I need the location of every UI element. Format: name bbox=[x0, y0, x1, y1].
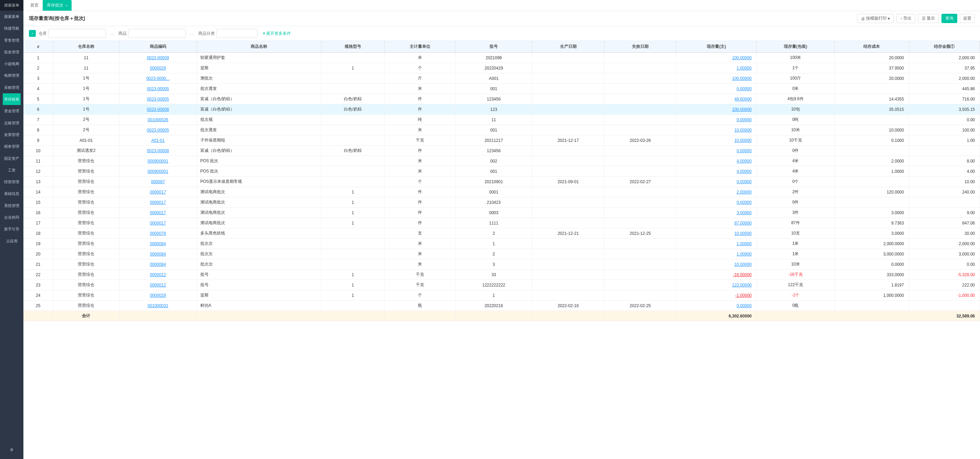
table-cell[interactable]: 0.00000 bbox=[676, 115, 757, 125]
table-cell[interactable]: 1.00000 bbox=[676, 249, 757, 259]
sidebar-item-库存核算[interactable]: 库存核算 bbox=[3, 93, 21, 105]
table-cell[interactable]: 4.00000 bbox=[676, 166, 757, 177]
table-cell[interactable]: 0.00000 bbox=[676, 146, 757, 156]
category-select[interactable] bbox=[216, 29, 258, 38]
table-cell[interactable]: 0000084 bbox=[119, 249, 197, 259]
table-cell[interactable]: 10.00000 bbox=[676, 259, 757, 269]
table-cell bbox=[604, 290, 676, 301]
table-cell: 1 bbox=[455, 239, 532, 249]
table-cell[interactable]: 0000017 bbox=[119, 218, 197, 228]
table-cell[interactable]: 100.00000 bbox=[676, 73, 757, 84]
table-cell[interactable]: 0023-0000... bbox=[119, 73, 197, 84]
table-cell: 1米 bbox=[757, 249, 834, 259]
display-btn[interactable]: ☰ 显示 bbox=[918, 14, 939, 23]
sidebar-item-固定资产[interactable]: 固定资产 bbox=[3, 153, 21, 164]
page-title: 现存量查询(按仓库＋批次) bbox=[29, 16, 85, 22]
table-cell[interactable]: 0.00000 bbox=[676, 197, 757, 208]
table-cell[interactable]: 10.00000 bbox=[676, 125, 757, 135]
table-cell: 3,000.0000 bbox=[834, 249, 909, 259]
sidebar-item-企业协同[interactable]: 企业协同 bbox=[3, 212, 21, 223]
table-cell[interactable]: 87.00000 bbox=[676, 218, 757, 228]
table-cell: 营营综仓 bbox=[53, 249, 119, 259]
filter-product: 商品 bbox=[118, 29, 186, 38]
tab-home[interactable]: 首页 bbox=[26, 0, 43, 11]
table-cell: 23 bbox=[24, 280, 53, 290]
sidebar-search-btn[interactable]: 搜索菜单 bbox=[0, 0, 24, 11]
table-cell[interactable]: 100.00000 bbox=[676, 53, 757, 63]
table-cell[interactable]: 1.00000 bbox=[676, 239, 757, 249]
table-cell[interactable]: 0023-00008 bbox=[119, 104, 197, 115]
sidebar-item-资金管理[interactable]: 资金管理 bbox=[3, 105, 21, 117]
table-cell[interactable]: 10.00000 bbox=[676, 228, 757, 239]
sidebar-item-发票管理[interactable]: 发票管理 bbox=[3, 129, 21, 140]
sidebar-settings-btn[interactable]: ⚙ bbox=[9, 444, 15, 456]
table-cell[interactable]: 122.00000 bbox=[676, 280, 757, 290]
table-cell: 1 bbox=[24, 53, 53, 63]
sidebar-item-批发管理[interactable]: 批发管理 bbox=[3, 46, 21, 58]
table-cell[interactable]: 1.00000 bbox=[676, 63, 757, 73]
table-cell[interactable]: 001000031 bbox=[119, 301, 197, 311]
table-cell[interactable]: 0000017 bbox=[119, 208, 197, 218]
table-cell: 营营综仓 bbox=[53, 259, 119, 269]
table-cell[interactable]: 0000017 bbox=[119, 187, 197, 197]
tab-close-btn[interactable]: × bbox=[65, 3, 67, 8]
table-cell[interactable]: 000900001 bbox=[119, 156, 197, 166]
sidebar-item-采购管理[interactable]: 采购管理 bbox=[3, 81, 21, 93]
sidebar-item-系统管理[interactable]: 系统管理 bbox=[3, 200, 21, 212]
table-cell[interactable]: 2.00000 bbox=[676, 187, 757, 197]
table-cell: 6 bbox=[24, 104, 53, 115]
table-cell[interactable]: 0000029 bbox=[119, 63, 197, 73]
table-cell[interactable]: 000900001 bbox=[119, 166, 197, 177]
table-cell[interactable]: 0023-00005 bbox=[119, 125, 197, 135]
table-cell[interactable]: 0023-00009 bbox=[119, 53, 197, 63]
table-cell[interactable]: 0.00000 bbox=[676, 177, 757, 187]
filter-arrow-btn[interactable]: › bbox=[29, 30, 36, 37]
sidebar-item-搜索菜单[interactable]: 搜索菜单 bbox=[3, 11, 21, 22]
sidebar-item-经营管理[interactable]: 经营管理 bbox=[3, 176, 21, 188]
query-btn[interactable]: 查询 bbox=[942, 14, 957, 23]
table-cell[interactable]: 0000017 bbox=[119, 197, 197, 208]
sidebar-item-税务管理[interactable]: 税务管理 bbox=[3, 140, 21, 152]
product-input[interactable] bbox=[128, 29, 186, 38]
print-btn[interactable]: 🖨 按模版打印 ▾ bbox=[857, 14, 894, 23]
table-cell: 件 bbox=[385, 187, 455, 197]
table-cell[interactable]: 0023-00005 bbox=[119, 84, 197, 94]
table-cell[interactable]: -1.00000 bbox=[676, 290, 757, 301]
sidebar-item-电商管理[interactable]: 电商管理 bbox=[3, 70, 21, 81]
table-cell: 35.0515 bbox=[834, 104, 909, 115]
sidebar-item-工资[interactable]: 工资 bbox=[3, 164, 21, 176]
sidebar-item-小超电商[interactable]: 小超电商 bbox=[3, 58, 21, 70]
table-cell[interactable]: 0000012 bbox=[119, 280, 197, 290]
table-cell[interactable]: 3.00000 bbox=[676, 208, 757, 218]
sidebar-item-总账管理[interactable]: 总账管理 bbox=[3, 117, 21, 129]
table-cell[interactable]: 001000026 bbox=[119, 115, 197, 125]
tab-current[interactable]: 库存批次 × bbox=[43, 0, 72, 11]
table-cell[interactable]: -16.00000 bbox=[676, 269, 757, 280]
warehouse-input[interactable] bbox=[48, 29, 106, 38]
table-cell[interactable]: 0.00000 bbox=[676, 84, 757, 94]
table-cell[interactable]: 0000078 bbox=[119, 228, 197, 239]
table-cell[interactable]: A01-01 bbox=[119, 135, 197, 146]
sidebar-item-快捷导航[interactable]: 快捷导航 bbox=[3, 22, 21, 34]
expand-conditions-btn[interactable]: ▾ 展开更多条件 bbox=[260, 31, 294, 37]
table-cell[interactable]: 0023-00005 bbox=[119, 94, 197, 104]
export-btn[interactable]: ↑ 导出 bbox=[896, 14, 915, 23]
table-row: 82号0023-00005批次透发米00110.0000010米10.00001… bbox=[24, 125, 980, 135]
table-cell: 白色/奶棕 bbox=[321, 94, 385, 104]
sidebar-item-云应用[interactable]: 云应用 bbox=[3, 235, 21, 247]
table-cell[interactable]: 0.00000 bbox=[676, 301, 757, 311]
sidebar-item-零售管理[interactable]: 零售管理 bbox=[3, 34, 21, 46]
table-cell[interactable]: 0000012 bbox=[119, 269, 197, 280]
table-cell[interactable]: 4.00000 bbox=[676, 156, 757, 166]
table-cell[interactable]: 0023-00008 bbox=[119, 146, 197, 156]
table-cell[interactable]: 0000084 bbox=[119, 239, 197, 249]
table-cell[interactable]: 000097 bbox=[119, 177, 197, 187]
table-cell[interactable]: 0000084 bbox=[119, 259, 197, 269]
sidebar-item-新手引导[interactable]: 新手引导 bbox=[3, 223, 21, 235]
settings-btn[interactable]: 设置 bbox=[960, 14, 975, 23]
table-cell[interactable]: 49.60000 bbox=[676, 94, 757, 104]
table-cell[interactable]: 100.00000 bbox=[676, 104, 757, 115]
sidebar-item-基础信息[interactable]: 基础信息 bbox=[3, 188, 21, 199]
table-cell[interactable]: 10.00000 bbox=[676, 135, 757, 146]
table-cell[interactable]: 0000029 bbox=[119, 290, 197, 301]
